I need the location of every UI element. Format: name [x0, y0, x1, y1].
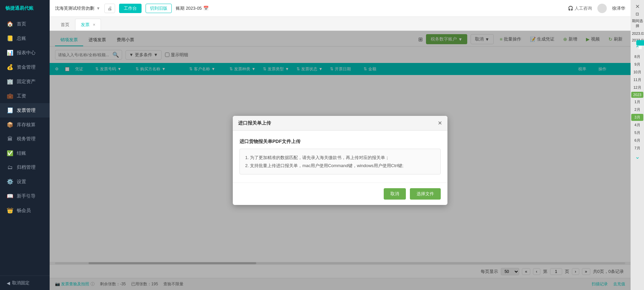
scroll-down-button[interactable]: ⌄ — [634, 152, 641, 161]
sidebar-logo: 畅捷通易代账 — [0, 0, 50, 17]
sidebar-item-label: 资金管理 — [17, 64, 36, 70]
tabbar: 首页 发票 × — [50, 17, 631, 31]
dialog-title: 进口报关单上传 — [238, 120, 271, 126]
sidebar-item-archive[interactable]: 🗂 归档管理 — [0, 160, 50, 174]
month-4[interactable]: 4月 — [631, 122, 643, 129]
funds-icon: 💰 — [7, 64, 13, 70]
month-10[interactable]: 10月 — [631, 69, 643, 76]
month-7[interactable]: 7月 — [631, 145, 643, 152]
right-panel: ✕ ⊡ 期间选择 2023.03 2023.03 ⌃ 8月 9月 10月 11月… — [631, 0, 644, 290]
fixed-assets-icon: 🏢 — [7, 78, 13, 85]
main-content: 沈海芙测试经营勿删 ▼ 🖨 工作台 切到旧版 账期 2023-05 📅 🎧 人工… — [50, 0, 631, 290]
expand-icon: ⊡ — [636, 12, 639, 16]
year-month-1[interactable]: 2023.03 — [631, 30, 643, 37]
sidebar-item-vip[interactable]: 👑 畅会员 — [0, 203, 50, 218]
sidebar-item-label: 结账 — [17, 150, 26, 156]
dialog-body: 进口货物报关单PDF文件上传 1. 为了更加精准的数据匹配，请先录入海关缴款书，… — [233, 131, 447, 183]
period-selection-label: 期间选择 — [631, 18, 644, 28]
month-1[interactable]: 1月 — [631, 98, 643, 105]
company-name: 沈海芙测试经营勿删 — [55, 5, 94, 11]
tab-home-label: 首页 — [61, 22, 69, 27]
cancel-pin-btn[interactable]: ◀ 取消固定 — [0, 276, 50, 290]
print-button[interactable]: 🖨 — [104, 4, 115, 13]
workspace-button[interactable]: 工作台 — [119, 4, 142, 13]
tax-icon: 🏛 — [7, 136, 13, 142]
month-2[interactable]: 2月 — [631, 106, 643, 113]
year-2023[interactable]: 2023 — [631, 92, 643, 98]
month-8[interactable]: 8月 — [631, 53, 643, 60]
month-9[interactable]: 9月 — [631, 61, 643, 68]
sidebar-item-label: 总账 — [17, 35, 26, 42]
sidebar-item-label: 归档管理 — [17, 164, 36, 170]
sidebar-item-reports[interactable]: 📊 报表中心 — [0, 46, 50, 60]
sidebar-item-label: 税务管理 — [17, 136, 36, 142]
sidebar-item-label: 畅会员 — [17, 208, 31, 214]
workspace-label: 工作台 — [124, 6, 137, 11]
period-label: 账期 — [176, 5, 184, 11]
sidebar-item-label: 设置 — [17, 179, 26, 185]
tab-home[interactable]: 首页 — [55, 19, 75, 30]
home-icon: 🏠 — [7, 21, 13, 27]
user-name: 徐泽华 — [612, 5, 625, 11]
chevron-down-icon: ▼ — [96, 6, 100, 11]
sidebar-item-ledger[interactable]: 📒 总账 — [0, 31, 50, 46]
user-avatar — [597, 4, 607, 13]
content-area: 销项发票 进项发票 费用小票 ⊞ 税务数字账户 ▼ 取消 ▼ ≡ — [50, 31, 631, 290]
topbar: 沈海芙测试经营勿删 ▼ 🖨 工作台 切到旧版 账期 2023-05 📅 🎧 人工… — [50, 0, 631, 17]
import-customs-dialog: 进口报关单上传 ✕ 进口货物报关单PDF文件上传 1. 为了更加精准的数据匹配，… — [233, 116, 447, 205]
archive-icon: 🗂 — [7, 164, 13, 170]
sidebar-item-salary[interactable]: 💼 工资 — [0, 89, 50, 103]
vip-icon: 👑 — [7, 207, 13, 214]
tab-invoice[interactable]: 发票 × — [75, 19, 101, 30]
company-selector[interactable]: 沈海芙测试经营勿删 ▼ — [55, 5, 100, 11]
dialog-footer: 取消 选择文件 — [233, 183, 447, 205]
sidebar-item-inventory[interactable]: 📦 库存核算 — [0, 118, 50, 132]
support-button[interactable]: 🎧 人工咨询 — [568, 5, 592, 11]
dialog-section-title: 进口货物报关单PDF文件上传 — [239, 139, 441, 145]
sidebar-item-funds[interactable]: 💰 资金管理 — [0, 60, 50, 74]
modal-overlay: 进口报关单上传 ✕ 进口货物报关单PDF文件上传 1. 为了更加精准的数据匹配，… — [50, 31, 631, 290]
print-icon: 🖨 — [107, 6, 112, 11]
period-display: 账期 2023-05 📅 — [176, 5, 209, 11]
dialog-select-file-button[interactable]: 选择文件 — [410, 188, 441, 200]
cancel-pin-label: 取消固定 — [12, 280, 30, 286]
month-3[interactable]: 3月 — [631, 114, 643, 121]
sidebar-item-tax[interactable]: 🏛 税务管理 — [0, 132, 50, 146]
open-date-button[interactable]: 开票日期 — [636, 40, 644, 46]
topbar-right: 🎧 人工咨询 徐泽华 — [568, 4, 625, 13]
salary-icon: 💼 — [7, 93, 13, 99]
ledger-icon: 📒 — [7, 35, 13, 42]
sidebar-item-guide[interactable]: 📖 新手引导 — [0, 189, 50, 203]
sidebar-item-label: 固定资产 — [17, 79, 36, 85]
dialog-close-button[interactable]: ✕ — [438, 120, 442, 126]
pin-icon: ◀ — [7, 281, 10, 286]
tab-close-icon[interactable]: × — [93, 22, 96, 27]
month-6[interactable]: 6月 — [631, 137, 643, 144]
right-panel-close-button[interactable]: ✕ — [635, 3, 640, 10]
sidebar-item-label: 新手引导 — [17, 193, 36, 199]
dialog-info-box: 1. 为了更加精准的数据匹配，请先录入海关缴款书，再上传对应的报关单； 2. 支… — [239, 149, 441, 174]
sidebar: 畅捷通易代账 🏠 首页 📒 总账 📊 报表中心 💰 资金管理 🏢 固定资产 💼 … — [0, 0, 50, 290]
sidebar-item-label: 工资 — [17, 93, 26, 99]
sidebar-item-label: 发票管理 — [17, 107, 36, 114]
sidebar-item-settings[interactable]: ⚙️ 设置 — [0, 174, 50, 189]
old-version-label: 切到旧版 — [150, 6, 167, 11]
dialog-cancel-button[interactable]: 取消 — [384, 188, 406, 200]
old-version-button[interactable]: 切到旧版 — [146, 4, 172, 13]
dialog-info-item-1: 1. 为了更加精准的数据匹配，请先录入海关缴款书，再上传对应的报关单； — [245, 154, 435, 161]
tab-invoice-label: 发票 — [81, 22, 90, 27]
month-11[interactable]: 11月 — [631, 76, 643, 83]
sidebar-item-home[interactable]: 🏠 首页 — [0, 17, 50, 31]
guide-icon: 📖 — [7, 193, 13, 199]
sidebar-item-label: 库存核算 — [17, 122, 36, 128]
sidebar-item-fixed-assets[interactable]: 🏢 固定资产 — [0, 74, 50, 89]
calendar-icon: 📅 — [203, 6, 209, 11]
sidebar-item-settlement[interactable]: ✅ 结账 — [0, 146, 50, 160]
period-value: 2023-05 — [186, 6, 202, 11]
sidebar-item-invoice-mgmt[interactable]: 🧾 发票管理 — [0, 103, 50, 118]
sidebar-item-label: 首页 — [17, 21, 26, 27]
settlement-icon: ✅ — [7, 150, 13, 156]
reports-icon: 📊 — [7, 50, 13, 56]
month-5[interactable]: 5月 — [631, 129, 643, 136]
month-12[interactable]: 12月 — [631, 84, 643, 91]
